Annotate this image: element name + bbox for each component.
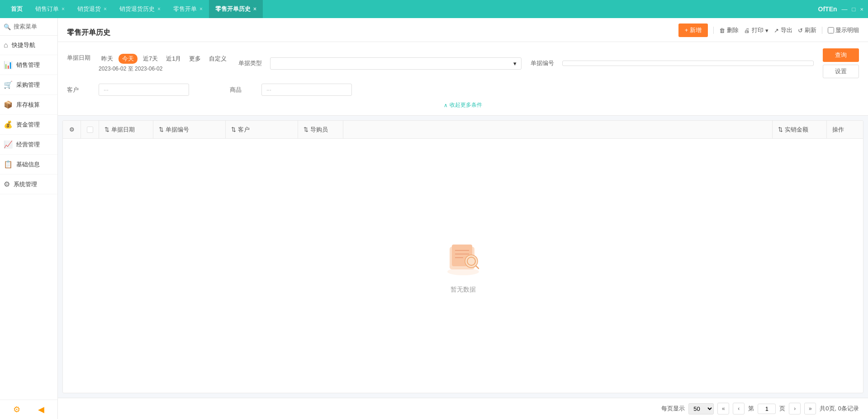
close-icon[interactable]: × <box>253 6 256 12</box>
tab-retail-open[interactable]: 零售开单 × <box>167 0 209 18</box>
date-opt-today[interactable]: 今天 <box>119 54 138 64</box>
date-filter-label: 单据日期 <box>67 54 94 62</box>
window-maximize[interactable]: □ <box>852 6 856 13</box>
brand-label: OfTEn <box>818 5 837 13</box>
collapse-bar[interactable]: ∧ 收起更多条件 <box>67 101 859 109</box>
sidebar-item-sales-mgmt[interactable]: 📊 销售管理 <box>0 55 57 75</box>
empty-text: 暂无数据 <box>451 286 476 294</box>
tab-sales-return-history[interactable]: 销货退货历史 × <box>113 0 167 18</box>
tab-home-label: 首页 <box>11 5 23 13</box>
home-icon: ⌂ <box>4 41 8 49</box>
col-order-no[interactable]: ⇅ 单据编号 <box>153 121 226 138</box>
tab-sales-return-label: 销货退货 <box>77 5 101 13</box>
select-all-checkbox[interactable] <box>87 127 93 133</box>
tab-retail-open-history[interactable]: 零售开单历史 × <box>209 0 263 18</box>
col-action-label: 操作 <box>832 126 844 134</box>
refresh-button[interactable]: ↺ 刷新 <box>798 26 816 34</box>
window-close[interactable]: × <box>860 6 863 13</box>
page-title: 零售开单历史 <box>67 28 110 38</box>
filter-row-1: 单据日期 昨天 今天 近7天 近1月 更多 自定义 2023-06-02 至 2… <box>67 48 859 78</box>
tab-sales-order[interactable]: 销售订单 × <box>29 0 71 18</box>
col-date[interactable]: ⇅ 单据日期 <box>99 121 153 138</box>
tab-home[interactable]: 首页 <box>5 0 29 18</box>
last-page-button[interactable]: » <box>804 403 816 414</box>
display-cols-checkbox[interactable] <box>828 27 834 33</box>
sidebar-item-operations[interactable]: 📈 经营管理 <box>0 135 57 155</box>
sales-icon: 📊 <box>4 61 13 69</box>
export-button[interactable]: ↗ 导出 <box>774 26 792 34</box>
close-icon[interactable]: × <box>199 6 203 12</box>
goods-input[interactable]: ··· <box>261 84 352 96</box>
main-layout: 🔍 搜索菜单 ⌂ 快捷导航 📊 销售管理 🛒 采购管理 📦 库存核算 💰 资金管… <box>0 18 868 419</box>
display-cols-label: 显示明细 <box>835 26 859 34</box>
refresh-icon: ↺ <box>798 27 803 34</box>
col-checkbox[interactable] <box>81 121 99 138</box>
operations-icon: 📈 <box>4 140 13 149</box>
print-button[interactable]: 🖨 打印 ▾ <box>744 26 768 34</box>
print-icon: 🖨 <box>744 27 750 34</box>
dropdown-icon: ▾ <box>513 60 517 67</box>
col-amount[interactable]: ⇅ 实销金额 <box>773 121 827 138</box>
refresh-label: 刷新 <box>805 26 816 34</box>
col-date-label: 单据日期 <box>111 126 135 134</box>
settings-bottom-icon[interactable]: ⚙ <box>13 405 20 414</box>
col-order-label: 单据编号 <box>166 126 189 134</box>
close-icon[interactable]: × <box>104 6 107 12</box>
order-type-select[interactable]: ▾ <box>270 57 522 70</box>
col-settings[interactable]: ⚙ <box>63 121 81 138</box>
first-page-button[interactable]: « <box>717 403 729 414</box>
goods-filter-label: 商品 <box>230 86 257 94</box>
date-opt-yesterday[interactable]: 昨天 <box>99 54 116 64</box>
tab-retail-open-history-label: 零售开单历史 <box>215 5 251 13</box>
collapse-label: 收起更多条件 <box>450 101 482 109</box>
close-icon[interactable]: × <box>157 6 161 12</box>
customer-filter-label: 客户 <box>67 86 94 94</box>
sidebar-item-basic-info[interactable]: 📋 基础信息 <box>0 155 57 174</box>
tab-sales-order-label: 销售订单 <box>35 5 59 13</box>
chevron-up-icon: ∧ <box>444 102 448 108</box>
sort-icon: ⇅ <box>104 126 109 133</box>
order-number-input[interactable] <box>562 61 814 66</box>
sidebar-item-label: 采购管理 <box>16 81 40 89</box>
sidebar-item-label: 资金管理 <box>16 121 40 129</box>
close-icon[interactable]: × <box>62 6 65 12</box>
sidebar-search[interactable]: 🔍 搜索菜单 <box>0 18 57 36</box>
tab-sales-return[interactable]: 销货退货 × <box>71 0 113 18</box>
per-page-select[interactable]: 50 10 20 100 <box>688 403 714 414</box>
settings-button[interactable]: 设置 <box>823 65 859 78</box>
col-guide-label: 导购员 <box>310 126 328 134</box>
customer-input[interactable]: ··· <box>99 84 189 96</box>
top-bar: 首页 销售订单 × 销货退货 × 销货退货历史 × 零售开单 × 零售开单历史 … <box>0 0 868 18</box>
date-opt-more[interactable]: 更多 <box>186 54 204 64</box>
col-guide[interactable]: ⇅ 导购员 <box>298 121 343 138</box>
sidebar-item-system[interactable]: ⚙ 系统管理 <box>0 174 57 194</box>
table-area: ⚙ ⇅ 单据日期 ⇅ 单据编号 ⇅ 客户 ⇅ <box>62 120 863 393</box>
next-page-button[interactable]: › <box>789 403 801 414</box>
sidebar-item-purchase-mgmt[interactable]: 🛒 采购管理 <box>0 75 57 95</box>
display-cols-button[interactable]: 显示明细 <box>828 26 859 34</box>
collapse-sidebar-icon[interactable]: ◀ <box>38 405 44 414</box>
sidebar-item-label: 销售管理 <box>16 61 40 69</box>
sidebar-item-finance[interactable]: 💰 资金管理 <box>0 115 57 135</box>
query-button[interactable]: 查询 <box>823 48 859 62</box>
delete-label: 删除 <box>727 26 739 34</box>
add-button[interactable]: + 新增 <box>678 24 708 37</box>
current-page-input[interactable] <box>758 404 776 414</box>
toolbar: + 新增 🗑 删除 🖨 打印 ▾ ↗ 导出 ↺ 刷新 <box>678 24 859 42</box>
col-action: 操作 <box>827 121 863 138</box>
window-minimize[interactable]: — <box>842 6 848 13</box>
prev-page-button[interactable]: ‹ <box>733 403 745 414</box>
sidebar-item-quick-nav[interactable]: ⌂ 快捷导航 <box>0 36 57 55</box>
date-opt-custom[interactable]: 自定义 <box>206 54 229 64</box>
date-opt-1month[interactable]: 近1月 <box>163 54 184 64</box>
delete-button[interactable]: 🗑 删除 <box>719 26 739 34</box>
empty-state: 暂无数据 <box>63 139 863 393</box>
sidebar-item-inventory[interactable]: 📦 库存核算 <box>0 95 57 115</box>
sidebar-item-label: 系统管理 <box>14 180 37 188</box>
col-customer[interactable]: ⇅ 客户 <box>226 121 298 138</box>
date-opt-7days[interactable]: 近7天 <box>140 54 161 64</box>
filter-row-2: 客户 ··· 商品 ··· <box>67 84 859 96</box>
col-amount-label: 实销金额 <box>785 126 808 134</box>
export-label: 导出 <box>781 26 792 34</box>
total-info: 共0页, 0条记录 <box>820 405 859 413</box>
